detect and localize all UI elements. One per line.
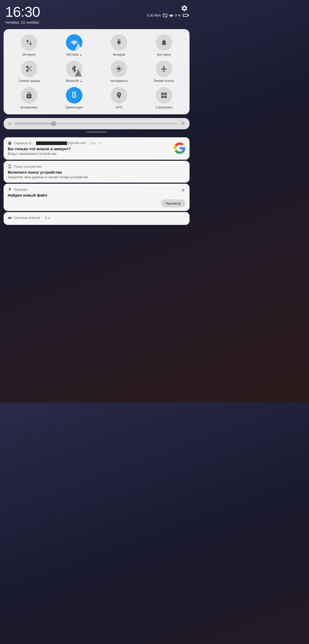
qs-silent-label: Без звука: [157, 53, 171, 56]
notif-find-device: Поиск устройства Включите поиск устройст…: [4, 161, 190, 183]
brightness-auto-icon: A: [115, 65, 123, 72]
qs-bluetooth-btn[interactable]: [66, 61, 82, 77]
status-icons: 0,30 КБ/с 9 %: [147, 13, 188, 17]
brightness-bar: ☀ ☀: [4, 118, 190, 129]
phone-portrait-icon: [71, 92, 78, 99]
svg-rect-11: [73, 97, 75, 97]
notif-downloads-title: Найден новый файл: [8, 193, 185, 197]
qs-wifi-label: 458 Italia ▲: [66, 53, 82, 56]
qs-gps[interactable]: GPS: [98, 87, 141, 109]
qs-orientation[interactable]: Ориентация: [53, 87, 96, 109]
qs-silent[interactable]: Без звука: [143, 34, 186, 56]
qs-lock-btn[interactable]: [21, 87, 37, 104]
date: Четверг, 22 ноября: [5, 20, 40, 24]
svg-rect-16: [164, 96, 167, 98]
qs-gps-btn[interactable]: [111, 87, 127, 104]
qs-orientation-btn[interactable]: [66, 87, 82, 104]
qs-flashlight-btn[interactable]: [111, 34, 127, 51]
google-g-icon: [174, 142, 185, 154]
notif-find-body: Защитите свои данные в случае потери уст…: [8, 175, 185, 179]
qs-screenshot[interactable]: Снимок экрана: [8, 61, 51, 83]
qs-wifi-btn[interactable]: [66, 34, 82, 51]
sim-icon: [163, 14, 167, 17]
qs-orientation-label: Ориентация: [65, 106, 83, 109]
chevron-down-icon[interactable]: [98, 141, 102, 145]
notif-android-appname: Система Android: [14, 216, 40, 220]
settings-icon[interactable]: [181, 5, 188, 12]
notif-find-header: Поиск устройства: [8, 164, 185, 168]
wifi-icon: [169, 14, 174, 17]
qs-sort-btn[interactable]: [156, 87, 172, 104]
qs-internet[interactable]: Интернет: [8, 34, 51, 56]
svg-point-4: [27, 70, 28, 72]
battery-icon: [183, 14, 188, 17]
qs-internet-label: Интернет: [22, 53, 36, 56]
download-icon: [8, 187, 12, 191]
qs-silent-btn[interactable]: [156, 34, 172, 51]
brightness-slider[interactable]: [14, 123, 177, 124]
svg-rect-15: [161, 96, 164, 98]
notif-email-redacted: @gmail.com: [36, 141, 85, 145]
notif-find-title: Включите поиск устройства: [8, 170, 185, 174]
flashlight-icon: [115, 39, 123, 46]
notif-google-body: Вход с незнакомого устройства: [8, 152, 185, 156]
svg-rect-13: [161, 92, 164, 95]
qs-wifi[interactable]: 458 Italia ▲: [53, 34, 96, 56]
notif-google-appname: Сервисы G...: [14, 141, 34, 145]
qs-lock[interactable]: Блокировка: [8, 87, 51, 109]
qs-bluetooth[interactable]: Bluetooth ▲: [53, 61, 96, 83]
brightness-low-icon: ☀: [8, 121, 11, 126]
qs-internet-btn[interactable]: [21, 34, 37, 51]
brightness-high-icon: ☀: [180, 120, 185, 127]
bt-signal-icon: [75, 69, 82, 77]
svg-rect-14: [164, 92, 167, 95]
qs-autobrightness-btn[interactable]: A: [111, 61, 127, 77]
close-button[interactable]: ✕: [180, 187, 186, 193]
qs-sort-label: Сортировка: [156, 106, 173, 109]
handle-bar: [86, 131, 107, 133]
notif-google-title: Вы только что вошли в аккаунт?: [8, 147, 185, 151]
location-icon: [115, 92, 123, 99]
qs-lock-label: Блокировка: [21, 106, 38, 109]
status-right: 0,30 КБ/с 9 %: [147, 5, 188, 17]
qs-airplane-label: Режим полета: [154, 79, 174, 83]
qs-flashlight-label: Фонарик: [113, 53, 125, 56]
notif-android-header: Система Android · 5 ч.: [8, 216, 185, 220]
qs-airplane[interactable]: Режим полета: [143, 61, 186, 83]
status-left: 16:30 Четверг, 22 ноября: [5, 5, 40, 24]
lock-small-icon: [8, 141, 12, 145]
handle-indicator: [0, 129, 193, 135]
qs-airplane-btn[interactable]: [156, 61, 172, 77]
wifi-signal-icon: [75, 43, 82, 50]
network-speed: 0,30 КБ/с: [147, 13, 161, 17]
notif-downloads: ✕ Загрузки Найден новый файл Просмотр: [4, 184, 190, 211]
svg-point-3: [27, 66, 28, 68]
qs-flashlight[interactable]: Фонарик: [98, 34, 141, 56]
notifications-area: Сервисы G... @gmail.com · 2 ч. Вы только…: [4, 137, 190, 225]
find-device-icon: [8, 164, 12, 168]
qs-sort[interactable]: Сортировка: [143, 87, 186, 109]
notif-view-button[interactable]: Просмотр: [161, 199, 185, 207]
qs-bluetooth-label: Bluetooth ▲: [66, 79, 82, 83]
svg-line-7: [28, 68, 29, 69]
status-bar: 16:30 Четверг, 22 ноября 0,30 КБ/с 9 %: [0, 0, 193, 27]
svg-line-6: [30, 70, 31, 71]
qs-autobrightness-label: Автояркость: [110, 79, 128, 83]
svg-text:A: A: [118, 68, 120, 70]
qs-autobrightness[interactable]: A Автояркость: [98, 61, 141, 83]
google-logo: [174, 142, 185, 155]
notif-downloads-appname: Загрузки: [14, 188, 27, 191]
android-icon: [8, 216, 12, 220]
qs-screenshot-label: Снимок экрана: [18, 79, 40, 83]
notif-downloads-header: Загрузки: [8, 187, 185, 191]
svg-rect-12: [73, 92, 75, 96]
svg-marker-2: [75, 43, 82, 50]
qs-screenshot-btn[interactable]: [21, 61, 37, 77]
clock: 16:30: [5, 5, 40, 19]
arrows-updown-icon: [25, 39, 33, 46]
qs-grid: Интернет 458 Italia ▲: [8, 34, 185, 109]
notif-find-appname: Поиск устройства: [14, 165, 41, 168]
lock-icon: [25, 92, 33, 99]
airplane-icon: [160, 65, 168, 72]
notif-google-time-val: 2 ч.: [91, 141, 96, 145]
